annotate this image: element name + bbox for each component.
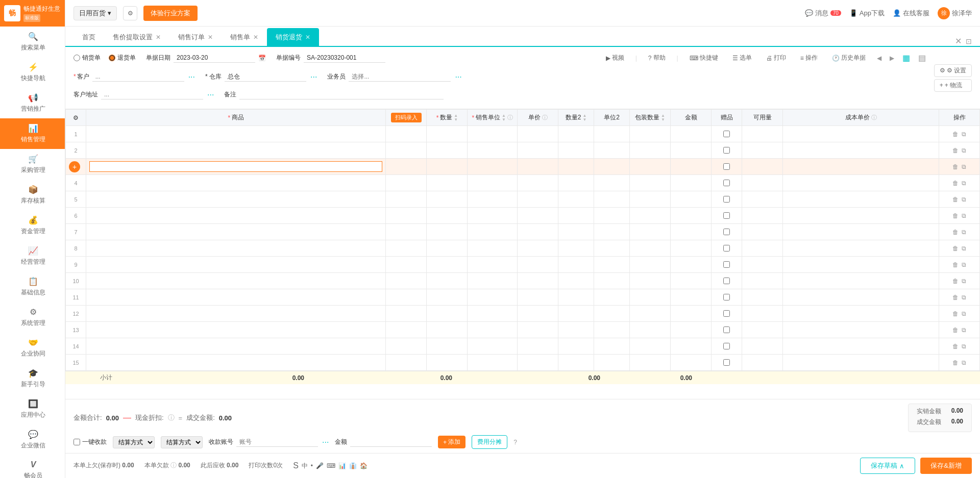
doc-number-input[interactable] bbox=[304, 53, 385, 63]
sidebar-item-basic-info[interactable]: 📋 基础信息 bbox=[0, 271, 65, 302]
note-input[interactable] bbox=[239, 90, 444, 99]
messages-button[interactable]: 💬 消息 70 bbox=[805, 9, 841, 18]
copy-row-icon[interactable]: ⧉ bbox=[962, 147, 966, 154]
video-action[interactable]: ▶ 视频 bbox=[603, 52, 627, 64]
sidebar-item-finance[interactable]: 💰 资金管理 bbox=[0, 210, 65, 241]
category-selector[interactable]: 日用百货 ▾ bbox=[74, 6, 117, 20]
address-input[interactable] bbox=[101, 90, 203, 99]
gift-checkbox[interactable] bbox=[723, 343, 730, 349]
nav-prev-icon[interactable]: ◀ bbox=[877, 55, 881, 62]
warehouse-input[interactable] bbox=[225, 72, 306, 82]
expand-icon[interactable]: ⊡ bbox=[966, 37, 972, 45]
product-input-active[interactable] bbox=[89, 161, 382, 172]
select-action[interactable]: ☰ 选单 bbox=[729, 52, 755, 64]
customer-input[interactable] bbox=[92, 72, 184, 82]
copy-row-icon[interactable]: ⧉ bbox=[962, 131, 966, 138]
delete-row-icon[interactable]: 🗑 bbox=[952, 343, 959, 350]
sidebar-item-search[interactable]: 🔍 搜索菜单 bbox=[0, 27, 65, 57]
sidebar-item-system[interactable]: ⚙ 系统管理 bbox=[0, 302, 65, 333]
copy-row-icon[interactable]: ⧉ bbox=[962, 180, 966, 187]
gift-checkbox[interactable] bbox=[723, 180, 730, 186]
copy-row-icon[interactable]: ⧉ bbox=[962, 229, 966, 236]
list-view-icon[interactable]: ▦ bbox=[902, 53, 910, 63]
copy-row-icon[interactable]: ⧉ bbox=[962, 212, 966, 219]
table-gear-icon[interactable]: ⚙ bbox=[73, 114, 79, 121]
logistics-button[interactable]: + + 物流 bbox=[934, 79, 972, 92]
calc-method-select[interactable]: 结算方式 bbox=[161, 436, 203, 448]
copy-row-icon[interactable]: ⧉ bbox=[962, 294, 966, 301]
expense-split-button[interactable]: 费用分摊 bbox=[472, 435, 507, 449]
delete-row-icon[interactable]: 🗑 bbox=[952, 229, 959, 236]
delete-row-icon[interactable]: 🗑 bbox=[952, 326, 959, 334]
gift-checkbox[interactable] bbox=[723, 229, 730, 235]
history-action[interactable]: 🕐 历史单据 bbox=[829, 52, 869, 64]
radio-sales-return[interactable]: 退货单 bbox=[109, 54, 136, 62]
copy-row-icon[interactable]: ⧉ bbox=[962, 261, 966, 268]
th-scan[interactable]: 扫码录入 bbox=[386, 110, 427, 126]
copy-row-icon[interactable]: ⧉ bbox=[962, 343, 966, 350]
settle-method-select[interactable]: 结算方式 bbox=[113, 436, 155, 448]
cost-price-info-icon[interactable]: ⓘ bbox=[871, 114, 877, 121]
sidebar-item-enterprise-wechat[interactable]: 💬 企业微信 bbox=[0, 424, 65, 455]
delete-row-icon[interactable]: 🗑 bbox=[952, 212, 959, 219]
salesperson-input[interactable] bbox=[349, 72, 451, 82]
sidebar-item-app-center[interactable]: 🔲 应用中心 bbox=[0, 394, 65, 424]
gift-checkbox[interactable] bbox=[723, 131, 730, 137]
delete-row-icon[interactable]: 🗑 bbox=[952, 180, 959, 187]
add-row-button[interactable]: + bbox=[69, 161, 80, 172]
gift-checkbox[interactable] bbox=[723, 294, 730, 300]
gift-checkbox[interactable] bbox=[723, 310, 730, 317]
online-service-button[interactable]: 👤 在线客服 bbox=[893, 9, 929, 18]
sidebar-item-purchase[interactable]: 🛒 采购管理 bbox=[0, 149, 65, 180]
sidebar-item-inventory[interactable]: 📦 库存核算 bbox=[0, 180, 65, 210]
sidebar-item-changjie-member[interactable]: V 畅会员 bbox=[0, 455, 65, 478]
sidebar-item-operations[interactable]: 📈 经营管理 bbox=[0, 241, 65, 271]
help-action[interactable]: ? 帮助 bbox=[645, 52, 669, 64]
add-payment-button[interactable]: + 添加 bbox=[438, 436, 465, 448]
delete-row-icon[interactable]: 🗑 bbox=[952, 294, 959, 301]
gift-checkbox[interactable] bbox=[723, 147, 730, 154]
app-download-button[interactable]: 📱 App下载 bbox=[849, 9, 885, 18]
sidebar-item-quick-nav[interactable]: ⚡ 快捷导航 bbox=[0, 57, 65, 88]
detail-view-icon[interactable]: ▤ bbox=[918, 53, 926, 63]
tab-sales-order[interactable]: 销售订单 ✕ bbox=[169, 28, 222, 46]
delete-row-icon[interactable]: 🗑 bbox=[952, 163, 959, 170]
account-input[interactable] bbox=[236, 437, 318, 447]
tab-home[interactable]: 首页 bbox=[74, 28, 104, 46]
experience-button[interactable]: 体验行业方案 bbox=[143, 6, 198, 21]
copy-row-icon[interactable]: ⧉ bbox=[962, 310, 966, 317]
sidebar-item-enterprise[interactable]: 🤝 企业协同 bbox=[0, 333, 65, 363]
copy-row-icon[interactable]: ⧉ bbox=[962, 163, 966, 170]
sidebar-item-marketing[interactable]: 📢 营销推广 bbox=[0, 88, 65, 118]
tab-close-sales-return[interactable]: ✕ bbox=[305, 34, 310, 41]
gift-checkbox[interactable] bbox=[723, 245, 730, 251]
print-action[interactable]: 🖨 打印 bbox=[763, 52, 789, 64]
account-dots-btn[interactable]: ··· bbox=[322, 438, 329, 447]
warehouse-dots-btn[interactable]: ··· bbox=[310, 72, 317, 82]
tab-close-sales-order[interactable]: ✕ bbox=[208, 34, 213, 41]
delete-row-icon[interactable]: 🗑 bbox=[952, 310, 959, 317]
nav-next-icon[interactable]: ▶ bbox=[890, 55, 894, 62]
delete-row-icon[interactable]: 🗑 bbox=[952, 147, 959, 154]
gift-checkbox[interactable] bbox=[723, 212, 730, 219]
gift-checkbox[interactable] bbox=[723, 278, 730, 284]
delete-row-icon[interactable]: 🗑 bbox=[952, 245, 959, 252]
unit-price-info-icon[interactable]: ⓘ bbox=[542, 114, 548, 121]
salesperson-dots-btn[interactable]: ··· bbox=[455, 72, 461, 82]
one-click-payment-checkbox[interactable]: 一键收款 bbox=[74, 438, 107, 446]
copy-row-icon[interactable]: ⧉ bbox=[962, 196, 966, 203]
shortcut-action[interactable]: ⌨ 快捷键 bbox=[687, 52, 721, 64]
copy-row-icon[interactable]: ⧉ bbox=[962, 245, 966, 252]
delete-row-icon[interactable]: 🗑 bbox=[952, 359, 959, 366]
minus-icon[interactable]: — bbox=[123, 413, 131, 422]
calendar-icon[interactable]: 📅 bbox=[258, 55, 266, 62]
discount-info-icon[interactable]: ⓘ bbox=[168, 413, 175, 422]
payment-amount-input[interactable] bbox=[350, 437, 432, 447]
date-input[interactable] bbox=[174, 53, 255, 63]
save-new-button[interactable]: 保存&新增 bbox=[920, 458, 972, 474]
sidebar-item-sales[interactable]: 📊 销售管理 bbox=[0, 118, 65, 149]
gift-checkbox[interactable] bbox=[723, 261, 730, 268]
delete-row-icon[interactable]: 🗑 bbox=[952, 278, 959, 285]
gift-checkbox[interactable] bbox=[723, 326, 730, 333]
delete-row-icon[interactable]: 🗑 bbox=[952, 196, 959, 203]
